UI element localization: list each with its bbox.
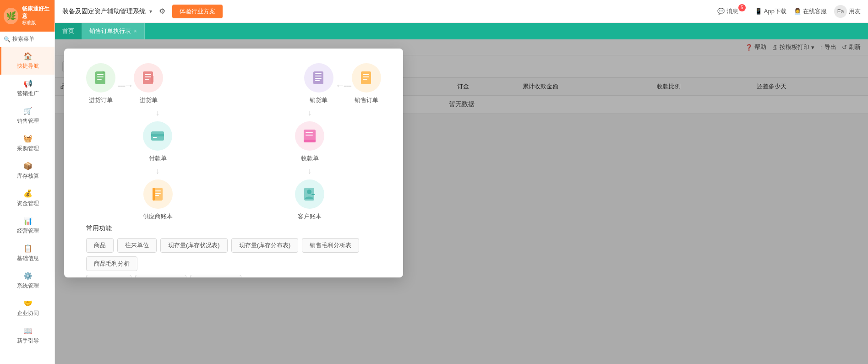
tab-sales-order-label: 销售订单执行表	[89, 27, 131, 35]
func-btn[interactable]: 现存量(库存分布表)	[231, 238, 299, 253]
sidebar-item-inventory[interactable]: 📦 库存核算	[0, 157, 55, 185]
logo-text: 畅康通好生意	[22, 5, 51, 20]
flow-bottom-row: 供应商账本 客户账本	[86, 179, 381, 221]
svg-rect-9	[315, 73, 322, 74]
sidebar-item-label: 系统管理	[17, 282, 39, 290]
sales-bill-label: 销货单	[310, 96, 328, 104]
service-label: 在线客服	[803, 7, 827, 16]
svg-rect-22	[306, 135, 313, 136]
svg-rect-26	[155, 193, 161, 194]
spacer-arrow2	[324, 108, 352, 118]
down-arrow-receipt: ↓	[295, 166, 324, 176]
purchase-icon: 🧺	[23, 134, 33, 143]
flow-item-purchase-order[interactable]: 进货订单	[86, 63, 115, 104]
svg-rect-6	[145, 76, 151, 77]
func-btn[interactable]: 收款情况统计	[135, 275, 186, 277]
sidebar-item-system[interactable]: ⚙️ 系统管理	[0, 267, 55, 294]
s4	[324, 166, 352, 176]
flow-diagram-section: 进货订单 - - -→ 进货单	[86, 63, 381, 221]
app-download-btn[interactable]: 📱 App下载	[755, 7, 786, 16]
home-icon: 🏠	[23, 52, 33, 60]
settings-gear-icon[interactable]: ⚙	[156, 5, 169, 18]
func-btn[interactable]: 销售排行榜	[86, 275, 131, 277]
sidebar-item-guide[interactable]: 📖 新手引导	[0, 322, 55, 349]
sidebar-item-label: 销售管理	[17, 117, 39, 125]
search-menu-label: 搜索菜单	[12, 35, 34, 43]
supplier-ledger-label: 供应商账本	[143, 212, 173, 221]
sidebar-item-label: 基础信息	[17, 255, 39, 262]
svg-rect-27	[155, 195, 159, 196]
sidebar-item-label: 资金管理	[17, 200, 39, 207]
trial-btn[interactable]: 体验行业方案	[172, 5, 223, 18]
enterprise-icon: 🤝	[23, 299, 33, 308]
spacer-arrow1	[115, 108, 143, 118]
s1	[86, 166, 115, 176]
flow-item-sales-order[interactable]: 销售订单	[352, 63, 381, 104]
sidebar-item-label: 快捷导航	[17, 62, 39, 70]
func-btn[interactable]: 付款情况统计	[190, 275, 241, 277]
spacer2	[172, 108, 295, 118]
svg-rect-11	[315, 78, 322, 79]
tab-close-icon[interactable]: ×	[134, 28, 137, 34]
func-btn[interactable]: 商品	[86, 238, 114, 253]
flow-item-customer-ledger[interactable]: 客户账本	[295, 179, 324, 221]
svg-rect-10	[315, 76, 322, 76]
tab-home[interactable]: 首页	[55, 23, 82, 39]
spacer3	[352, 108, 381, 118]
sidebar-logo: 🌿 畅康通好生意 标准版	[0, 0, 55, 32]
sidebar-item-marketing[interactable]: 📢 营销推广	[0, 75, 55, 102]
svg-point-29	[307, 190, 311, 194]
s2	[115, 166, 143, 176]
flow-down-arrows-row2: ↓ ↓	[86, 166, 381, 176]
flow-item-purchase-bill[interactable]: 进货单	[134, 63, 163, 104]
online-service-btn[interactable]: 👩‍💼 在线客服	[794, 7, 827, 16]
spacer1	[86, 108, 115, 118]
operation-icon: 📊	[23, 217, 33, 225]
s3	[172, 166, 295, 176]
svg-rect-15	[363, 76, 369, 77]
sidebar-item-label: 企业协同	[17, 310, 39, 317]
topbar-dropdown-icon[interactable]: ▾	[149, 8, 152, 15]
svg-rect-30	[311, 194, 315, 195]
finance-icon: 💰	[23, 189, 33, 198]
payment-circle	[143, 121, 172, 151]
sidebar-item-sales[interactable]: 🛒 销售管理	[0, 102, 55, 130]
avatar-text: Ea	[837, 8, 844, 15]
topbar: 装备及固定资产辅助管理系统 ▾ ⚙ 体验行业方案 💬 消息 5 📱 App下载 …	[55, 0, 868, 23]
tabbar: 首页 销售订单执行表 × ✕	[55, 23, 868, 39]
sidebar-item-operation[interactable]: 📊 经营管理	[0, 212, 55, 239]
sidebar-item-enterprise[interactable]: 🤝 企业协同	[0, 294, 55, 322]
flow-item-supplier-ledger[interactable]: 供应商账本	[143, 179, 173, 221]
svg-rect-2	[97, 76, 104, 77]
func-btn[interactable]: 销售毛利分析表	[302, 238, 359, 253]
sidebar-item-basic[interactable]: 📋 基础信息	[0, 239, 55, 267]
flow-item-receipt[interactable]: 收款单	[295, 121, 324, 163]
sidebar-item-label: 采购管理	[17, 145, 39, 152]
sidebar-item-label: 经营管理	[17, 227, 39, 235]
logo-sub: 标准版	[22, 20, 51, 26]
svg-rect-18	[151, 134, 164, 136]
func-btn[interactable]: 现存量(库存状况表)	[160, 238, 228, 253]
user-info[interactable]: Ea 用友	[834, 5, 861, 18]
svg-rect-13	[361, 71, 371, 84]
svg-rect-3	[97, 79, 102, 80]
username-label: 用友	[849, 7, 861, 16]
search-menu[interactable]: 🔍 搜索菜单	[0, 32, 55, 47]
sidebar-item-label: 库存核算	[17, 172, 39, 180]
sales-order-circle	[352, 63, 381, 92]
flow-down-arrows-row: ↓ ↓	[86, 108, 381, 118]
tab-home-label: 首页	[62, 27, 74, 35]
sidebar-item-quick-nav[interactable]: 🏠 快捷导航	[0, 47, 55, 75]
message-btn[interactable]: 💬 消息 5	[717, 7, 748, 16]
func-btn[interactable]: 往来单位	[117, 238, 157, 253]
sidebar-item-finance[interactable]: 💰 资金管理	[0, 185, 55, 212]
sidebar-item-purchase[interactable]: 🧺 采购管理	[0, 130, 55, 157]
tab-sales-order[interactable]: 销售订单执行表 ×	[82, 23, 145, 39]
flow-modal: 进货订单 - - -→ 进货单	[64, 49, 403, 277]
flow-item-sales-bill[interactable]: 销货单	[304, 63, 333, 104]
flow-item-payment[interactable]: 付款单	[143, 121, 172, 163]
download-icon: 📱	[755, 8, 762, 15]
svg-rect-5	[145, 74, 151, 75]
search-icon: 🔍	[4, 36, 11, 43]
func-btn[interactable]: 商品毛利分析	[86, 256, 137, 271]
